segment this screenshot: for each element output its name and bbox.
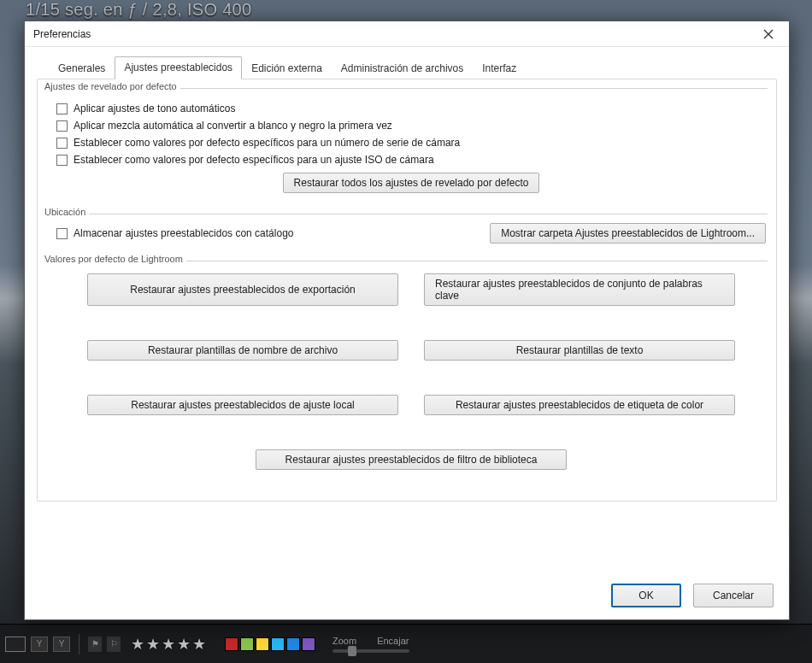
star-icon[interactable]: ★ — [146, 635, 160, 654]
show-presets-folder-button[interactable]: Mostrar carpeta Ajustes preestablecidos … — [490, 223, 766, 243]
restore-export-presets-button[interactable]: Restaurar ajustes preestablecidos de exp… — [87, 273, 398, 306]
star-icon[interactable]: ★ — [192, 635, 206, 654]
restore-filename-templates-button[interactable]: Restaurar plantillas de nombre de archiv… — [87, 340, 398, 361]
color-swatch[interactable] — [225, 637, 238, 651]
tab-panel: Ajustes de revelado por defecto Aplicar … — [37, 79, 777, 502]
group-develop-defaults: Ajustes de revelado por defecto Aplicar … — [46, 88, 768, 202]
group-legend: Ubicación — [44, 207, 89, 217]
tab-edicion-externa[interactable]: Edición externa — [242, 57, 332, 79]
grid-view-icon[interactable] — [5, 637, 26, 652]
chk-label: Aplicar ajustes de tono automáticos — [74, 103, 235, 114]
close-button[interactable] — [755, 23, 782, 45]
restore-buttons-grid: Restaurar ajustes preestablecidos de exp… — [56, 273, 766, 478]
color-label-swatches — [225, 637, 315, 651]
compare-toggle-b[interactable]: Y — [53, 637, 70, 652]
chk-label: Aplicar mezcla automática al convertir a… — [74, 120, 392, 132]
dialog-body: Generales Ajustes preestablecidos Edició… — [25, 47, 789, 619]
restore-text-templates-button[interactable]: Restaurar plantillas de texto — [424, 340, 735, 361]
chk-label: Establecer como valores por defecto espe… — [74, 137, 460, 149]
dialog-title: Preferencias — [33, 28, 91, 40]
color-swatch[interactable] — [256, 637, 269, 651]
restore-color-label-presets-button[interactable]: Restaurar ajustes preestablecidos de eti… — [424, 395, 735, 415]
star-icon[interactable]: ★ — [131, 635, 144, 654]
zoom-slider[interactable] — [332, 649, 409, 653]
chk-auto-tone[interactable] — [56, 103, 68, 114]
group-legend: Valores por defecto de Lightroom — [44, 254, 186, 264]
zoom-thumb[interactable] — [348, 646, 356, 656]
tab-generales[interactable]: Generales — [49, 57, 115, 79]
dialog-footer: OK Cancelar — [611, 584, 774, 607]
compare-toggle-a[interactable]: Y — [31, 637, 48, 652]
cancel-button[interactable]: Cancelar — [693, 584, 774, 607]
restore-develop-defaults-button[interactable]: Restaurar todos los ajustes de revelado … — [283, 173, 540, 193]
group-location: Ubicación Almacenar ajustes preestableci… — [46, 214, 768, 249]
star-icon[interactable]: ★ — [162, 635, 175, 654]
restore-library-filter-presets-button[interactable]: Restaurar ajustes preestablecidos de fil… — [256, 449, 567, 470]
chk-label: Almacenar ajustes preestablecidos con ca… — [74, 227, 293, 239]
color-swatch[interactable] — [286, 637, 300, 651]
star-icon[interactable]: ★ — [177, 635, 191, 654]
fit-label: Encajar — [377, 636, 409, 646]
zoom-label: Zoom — [332, 636, 356, 646]
tab-ajustes-preestablecidos[interactable]: Ajustes preestablecidos — [115, 56, 242, 79]
flag-pick-icon[interactable]: ⚑ — [88, 637, 102, 652]
group-legend: Ajustes de revelado por defecto — [44, 81, 180, 91]
separator — [79, 634, 79, 654]
restore-keyword-set-presets-button[interactable]: Restaurar ajustes preestablecidos de con… — [424, 273, 735, 306]
bottom-toolbar: Y Y ⚑ ⚐ ★ ★ ★ ★ ★ Zoom Encajar — [0, 624, 812, 663]
ok-button[interactable]: OK — [611, 584, 681, 607]
color-swatch[interactable] — [302, 637, 315, 651]
exposure-line: 1/15 seg. en ƒ / 2,8, ISO 400 — [26, 0, 323, 20]
flag-reject-icon[interactable]: ⚐ — [107, 637, 121, 652]
group-lightroom-defaults: Valores por defecto de Lightroom Restaur… — [46, 261, 768, 484]
chk-label: Establecer como valores por defecto espe… — [74, 154, 434, 166]
color-swatch[interactable] — [240, 637, 254, 651]
zoom-control[interactable]: Zoom Encajar — [332, 636, 409, 653]
tabstrip: Generales Ajustes preestablecidos Edició… — [49, 56, 777, 79]
rating-stars[interactable]: ★ ★ ★ ★ ★ — [131, 635, 206, 654]
close-icon — [763, 29, 774, 39]
chk-store-presets-with-catalog[interactable] — [56, 228, 68, 239]
chk-iso-defaults[interactable] — [56, 155, 68, 166]
tab-administracion-archivos[interactable]: Administración de archivos — [332, 57, 473, 79]
color-swatch[interactable] — [271, 637, 285, 651]
preferences-dialog: Preferencias Generales Ajustes preestabl… — [24, 21, 790, 620]
chk-camera-serial-defaults[interactable] — [56, 138, 68, 149]
dialog-titlebar: Preferencias — [25, 21, 789, 47]
chk-auto-bw-mix[interactable] — [56, 120, 68, 132]
tab-interfaz[interactable]: Interfaz — [473, 57, 526, 79]
restore-local-adjustment-presets-button[interactable]: Restaurar ajustes preestablecidos de aju… — [87, 395, 398, 415]
